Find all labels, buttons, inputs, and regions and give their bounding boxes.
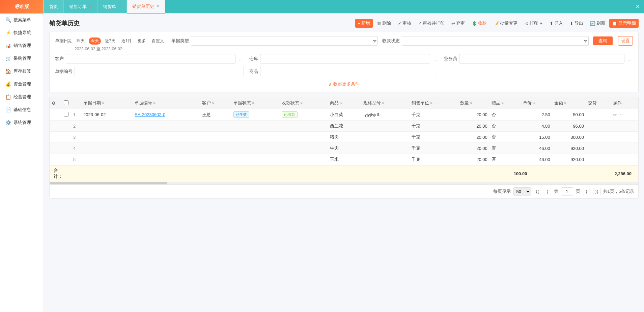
- sidebar-item-operation-mgmt[interactable]: 📋 经营管理: [0, 90, 44, 103]
- row-amount: 50.00: [552, 109, 586, 121]
- th-collect-status[interactable]: 收款状态 ⇅: [280, 97, 328, 109]
- filter-customer-input[interactable]: [66, 54, 235, 63]
- filter-collect-status-select[interactable]: [402, 36, 589, 46]
- filter-warehouse-label: 仓库: [249, 56, 258, 62]
- audit-button[interactable]: ✓ 审核: [395, 19, 414, 28]
- th-amount[interactable]: 金额 ⇅: [552, 97, 586, 109]
- row-doc-no[interactable]: [133, 143, 200, 154]
- filter-warehouse-input[interactable]: [260, 54, 430, 63]
- select-all-checkbox[interactable]: [64, 100, 68, 105]
- date-7days-btn[interactable]: 近7天: [103, 37, 117, 45]
- sidebar-item-label: 快捷导航: [13, 30, 31, 36]
- tab-sales-history-close[interactable]: ✕: [156, 4, 159, 8]
- collect-button[interactable]: 💲 收款: [469, 19, 489, 28]
- tab-sales-order-close[interactable]: ✕: [89, 4, 92, 9]
- query-button[interactable]: 查询: [593, 36, 613, 45]
- warehouse-ellipsis[interactable]: ...: [432, 56, 439, 61]
- row-customer: 王总: [200, 109, 231, 121]
- row-doc-no[interactable]: [133, 121, 200, 132]
- row-spec-type: [361, 154, 410, 165]
- filter-salesperson-input[interactable]: [459, 54, 624, 63]
- date-custom-btn[interactable]: 自定义: [150, 37, 166, 45]
- collapse-button[interactable]: ∧ 收起更多条件: [326, 80, 362, 88]
- row-doc-no[interactable]: [133, 154, 200, 165]
- tab-close-all[interactable]: ✕: [636, 3, 644, 10]
- print-button[interactable]: 🖨 打印 ▼: [522, 19, 545, 28]
- audit-print-button[interactable]: ✓ 审核并打印: [415, 19, 447, 28]
- settings-button[interactable]: 设置: [618, 36, 633, 46]
- page-prev-button[interactable]: ⟨: [544, 188, 551, 195]
- page-size-select[interactable]: 50 100 200: [513, 187, 531, 196]
- more-actions-icon[interactable]: ⋯: [618, 112, 623, 118]
- filter-docno-input[interactable]: [75, 67, 244, 76]
- sidebar-item-quick-nav[interactable]: ⚡ 快捷导航: [0, 26, 44, 39]
- batch-change-button[interactable]: 📝 批量变更: [491, 19, 520, 28]
- th-doc-status[interactable]: 单据状态 ⇅: [231, 97, 280, 109]
- toolbar: + 新增 🗑 删除 ✓ 审核 ✓ 审核并打印 ↩ 弃审: [355, 19, 639, 28]
- export-button[interactable]: ⬇ 导出: [567, 19, 586, 28]
- tab-sales-delivery[interactable]: 销货单 ✕: [97, 0, 127, 14]
- show-detail-button[interactable]: 📋 显示明细: [609, 19, 639, 28]
- row-amount: 920.00: [552, 143, 586, 154]
- table-scrollbar[interactable]: [50, 182, 638, 184]
- doc-date-sort-icon: ⇅: [102, 101, 104, 105]
- page-first-button[interactable]: ⟨⟨: [534, 188, 541, 195]
- sidebar-item-system-mgmt[interactable]: ⚙️ 系统管理: [0, 116, 44, 129]
- row-action-buttons: ✏ ⋯: [613, 112, 636, 118]
- filter-collect-status-label: 收款状态: [382, 38, 400, 44]
- new-button[interactable]: + 新增: [355, 19, 373, 28]
- tab-sales-history[interactable]: 销货单历史 ✕: [127, 0, 165, 14]
- collect-icon: 💲: [472, 21, 477, 26]
- table-body: 12023-06-02SA-20230602-0王总已生效已收款小白菜tyjyj…: [50, 109, 638, 165]
- actions-col-label: 操作: [613, 100, 622, 105]
- filter-date-item: 单据日期 昨天 今天 近7天 近1月 更多 自定义: [55, 37, 166, 45]
- page-next-button[interactable]: ⟩: [583, 188, 590, 195]
- filter-doc-type-select[interactable]: [191, 36, 378, 46]
- th-unit[interactable]: 销售单位 ⇅: [410, 97, 458, 109]
- tab-sales-delivery-label: 销货单: [103, 4, 116, 10]
- th-doc-date[interactable]: 单据日期 ⇅: [81, 97, 133, 109]
- table-settings-icon[interactable]: ⚙: [52, 101, 56, 106]
- row-checkbox-cell: [62, 121, 71, 132]
- page-input[interactable]: [561, 187, 573, 196]
- tab-home[interactable]: 首页: [44, 0, 64, 14]
- sidebar-item-purchase-mgmt[interactable]: 🛒 采购管理: [0, 52, 44, 65]
- customer-ellipsis[interactable]: ...: [237, 56, 244, 61]
- sidebar-item-finance-mgmt[interactable]: 💰 资金管理: [0, 78, 44, 90]
- th-spec-type[interactable]: 规格型号 ⇅: [361, 97, 410, 109]
- tab-sales-order[interactable]: 销售订单 ✕: [64, 0, 97, 14]
- row-actions: [611, 121, 638, 132]
- row-gift: 否: [489, 121, 521, 132]
- date-today-btn[interactable]: 今天: [89, 37, 101, 45]
- row-doc-no[interactable]: [133, 132, 200, 143]
- date-more-btn[interactable]: 更多: [136, 37, 148, 45]
- sidebar-item-search-menu[interactable]: 🔍 搜索菜单: [0, 14, 44, 26]
- row-checkbox[interactable]: [64, 112, 68, 116]
- date-1month-btn[interactable]: 近1月: [119, 37, 134, 45]
- th-qty[interactable]: 数量 ⇅: [458, 97, 489, 109]
- sidebar-item-sales-mgmt[interactable]: 📊 销售管理: [0, 39, 44, 52]
- table-header-row: ⚙ 单据日期 ⇅: [50, 97, 638, 109]
- gift-sort-icon: ⇅: [501, 101, 504, 105]
- abandon-button[interactable]: ↩ 弃审: [449, 19, 468, 28]
- date-yesterday-btn[interactable]: 昨天: [75, 37, 87, 45]
- refresh-button[interactable]: 🔄 刷新: [587, 19, 608, 28]
- tab-sales-delivery-close[interactable]: ✕: [118, 4, 121, 9]
- edit-icon[interactable]: ✏: [613, 112, 617, 118]
- doc-no-link[interactable]: SA-20230602-0: [135, 112, 165, 117]
- sidebar-item-basic-info[interactable]: 📄 基础信息: [0, 103, 44, 116]
- filter-goods-input[interactable]: [260, 67, 430, 76]
- salesperson-ellipsis[interactable]: ...: [626, 56, 633, 61]
- import-button[interactable]: ⬆ 导入: [547, 19, 566, 28]
- th-gift[interactable]: 赠品 ⇅: [489, 97, 521, 109]
- th-customer[interactable]: 客户 ⇅: [200, 97, 231, 109]
- sidebar-item-inventory-calc[interactable]: 🏠 库存核算: [0, 65, 44, 78]
- abandon-icon: ↩: [451, 21, 455, 26]
- goods-ellipsis[interactable]: ...: [432, 69, 439, 74]
- row-doc-no[interactable]: SA-20230602-0: [133, 109, 200, 121]
- th-doc-no[interactable]: 单据编号 ⇅: [133, 97, 200, 109]
- th-goods[interactable]: 商品 ⇅: [328, 97, 361, 109]
- page-last-button[interactable]: ⟩⟩: [593, 188, 600, 195]
- th-unit-price[interactable]: 单价 ⇅: [521, 97, 552, 109]
- delete-button[interactable]: 🗑 删除: [374, 19, 394, 28]
